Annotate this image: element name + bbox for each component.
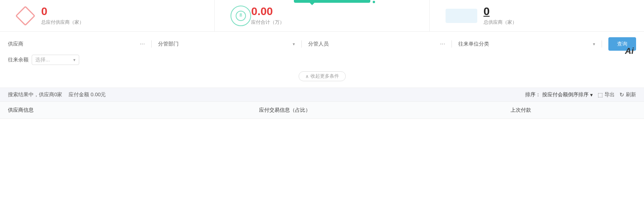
stat-number-all-supplier: 0	[484, 6, 517, 18]
table-section: 供应商信息 应付交易信息（占比） 上次付款	[0, 102, 644, 204]
stat-block-total-payable: 快速录单的快捷键说明在这里 × 0.00 应付合计（万）	[215, 0, 429, 31]
filter-item-dept: 分管部门 ▾	[152, 40, 302, 48]
stat-label-supplier-count: 总应付供应商（家）	[41, 19, 84, 26]
manager-label: 分管人员	[308, 40, 329, 48]
diamond-shape	[15, 6, 36, 26]
unit-class-label: 往来单位分类	[458, 40, 489, 48]
sort-label: 排序：	[525, 91, 541, 98]
sort-selector[interactable]: 排序： 按应付会额倒序排序 ▾	[525, 91, 593, 98]
tooltip-dot	[372, 0, 376, 4]
filter-row-2: 往来余额 选择... ▾	[8, 55, 636, 65]
dept-arrow-icon[interactable]: ▾	[293, 42, 295, 47]
supplier-dots-icon[interactable]: ···	[140, 40, 145, 48]
col-header-supplier-info: 供应商信息	[8, 107, 259, 114]
collapse-bar: ∧ 收起更多条件	[8, 68, 636, 86]
placeholder-graphic	[446, 9, 477, 23]
balance-select[interactable]: 选择... ▾	[32, 55, 79, 65]
refresh-label: 刷新	[626, 91, 636, 98]
tooltip-bubble: 快速录单的快捷键说明在这里 ×	[294, 0, 370, 3]
result-bar-right: 排序： 按应付会额倒序排序 ▾ ⬚ 导出 ↻ 刷新	[525, 91, 636, 98]
circle-icon	[231, 6, 251, 26]
diamond-icon	[16, 6, 35, 25]
supplier-input[interactable]	[27, 41, 138, 47]
collapse-button[interactable]: ∧ 收起更多条件	[299, 71, 346, 81]
table-body	[0, 119, 644, 204]
stat-label-total-payable: 应付合计（万）	[251, 19, 284, 26]
svg-point-1	[240, 13, 242, 15]
unit-class-arrow-icon[interactable]: ▾	[593, 42, 595, 47]
dept-input[interactable]	[182, 41, 291, 47]
tooltip-text: 快速录单的快捷键说明在这里	[299, 0, 360, 1]
refresh-icon: ↻	[619, 92, 624, 98]
manager-input[interactable]	[332, 41, 438, 47]
supplier-label: 供应商	[8, 40, 23, 48]
manager-dots-icon[interactable]: ···	[440, 40, 445, 48]
stat-info-total-payable: 0.00 应付合计（万）	[251, 6, 284, 26]
stat-block-all-supplier: 0 总供应商（家）	[430, 0, 644, 31]
col-header-last-payment: 上次付款	[511, 107, 636, 114]
filter-item-supplier: 供应商 ···	[8, 40, 152, 48]
balance-arrow-icon: ▾	[73, 57, 76, 63]
sort-value: 按应付会额倒序排序	[542, 91, 589, 98]
result-bar-left: 搜索结果中，供应商0家 应付金额 0.00元	[8, 91, 106, 98]
stats-bar: 0 总应付供应商（家） 快速录单的快捷键说明在这里 × 0.00 应付合计（万）…	[0, 0, 644, 32]
collapse-arrow-icon: ∧	[305, 74, 309, 79]
stat-block-supplier-count: 0 总应付供应商（家）	[0, 0, 215, 31]
tooltip-close-icon[interactable]: ×	[363, 0, 366, 1]
export-label: 导出	[604, 91, 615, 98]
export-button[interactable]: ⬚ 导出	[598, 91, 615, 98]
stat-info-supplier-count: 0 总应付供应商（家）	[41, 6, 84, 26]
sort-arrow-icon: ▾	[590, 92, 593, 98]
amount-text: 应付金额 0.00元	[69, 91, 106, 98]
filter-row-1: 供应商 ··· 分管部门 ▾ 分管人员 ··· 往来单位分类 ▾ 查询	[8, 37, 636, 51]
stat-label-all-supplier: 总供应商（家）	[484, 19, 517, 26]
table-header: 供应商信息 应付交易信息（占比） 上次付款	[0, 102, 644, 119]
ai-label: Ai	[625, 46, 634, 56]
filter-item-balance: 往来余额 选择... ▾	[8, 55, 86, 65]
filter-item-manager: 分管人员 ···	[302, 40, 452, 48]
unit-class-input[interactable]	[492, 41, 591, 47]
balance-placeholder: 选择...	[35, 56, 50, 63]
filter-section: 供应商 ··· 分管部门 ▾ 分管人员 ··· 往来单位分类 ▾ 查询 往来余额…	[0, 32, 644, 88]
stat-number-supplier-count: 0	[41, 6, 84, 18]
balance-label: 往来余额	[8, 56, 29, 63]
export-icon: ⬚	[598, 92, 603, 98]
collapse-label: 收起更多条件	[311, 73, 339, 80]
dept-label: 分管部门	[158, 40, 179, 48]
stat-info-all-supplier: 0 总供应商（家）	[484, 6, 517, 26]
refresh-button[interactable]: ↻ 刷新	[619, 91, 636, 98]
col-header-transaction: 应付交易信息（占比）	[259, 107, 510, 114]
result-bar: 搜索结果中，供应商0家 应付金额 0.00元 排序： 按应付会额倒序排序 ▾ ⬚…	[0, 88, 644, 102]
search-result-text: 搜索结果中，供应商0家	[8, 91, 62, 98]
stat-number-total-payable: 0.00	[251, 6, 284, 18]
filter-item-unit-class: 往来单位分类 ▾	[452, 40, 602, 48]
